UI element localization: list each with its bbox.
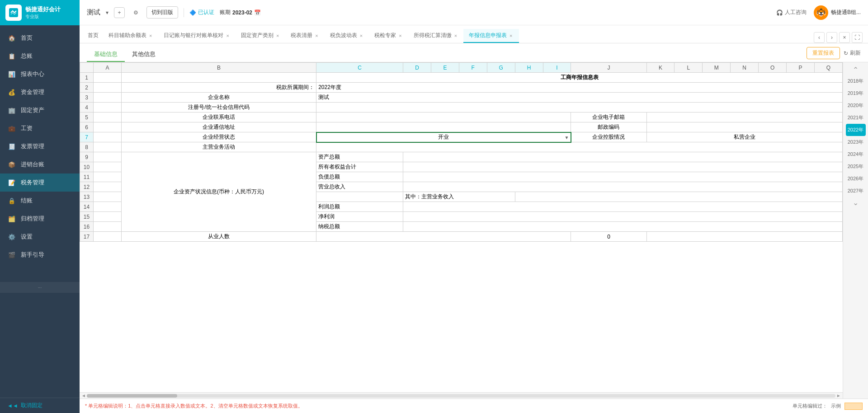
cell-16d[interactable] bbox=[403, 222, 843, 232]
tab-annual-report[interactable]: 年报信息申报表 × bbox=[463, 29, 519, 43]
cell-1b[interactable] bbox=[121, 73, 316, 83]
sidebar-item-tax[interactable]: 📝 税务管理 bbox=[0, 174, 80, 192]
col-header-b[interactable]: B bbox=[121, 63, 316, 73]
col-header-o[interactable]: O bbox=[759, 63, 787, 73]
cell-15d[interactable] bbox=[403, 212, 843, 222]
cell-13h[interactable] bbox=[515, 192, 842, 202]
calendar-icon[interactable]: 📅 bbox=[254, 9, 261, 16]
tab-close-tax-form[interactable]: × bbox=[314, 33, 319, 39]
year-2018[interactable]: 2018年 bbox=[846, 75, 866, 87]
tab-close-annual-report[interactable]: × bbox=[509, 33, 513, 39]
sidebar-item-archive[interactable]: 🗂️ 归档管理 bbox=[0, 210, 80, 228]
scroll-left-btn[interactable]: ◄ bbox=[80, 393, 87, 398]
subtab-basic[interactable]: 基础信息 bbox=[87, 47, 125, 62]
col-header-e[interactable]: E bbox=[431, 63, 459, 73]
cell-1-title[interactable]: 工商年报信息表 bbox=[316, 73, 843, 83]
tab-maximize-btn[interactable]: ⛶ bbox=[852, 32, 863, 43]
cell-5c[interactable] bbox=[316, 113, 571, 122]
year-2019[interactable]: 2019年 bbox=[846, 87, 866, 99]
tab-close-journal-bank[interactable]: × bbox=[225, 33, 230, 39]
cell-7-dropdown[interactable]: 开业 ▼ bbox=[316, 132, 571, 142]
col-header-h[interactable]: H bbox=[515, 63, 543, 73]
cell-6k[interactable] bbox=[646, 122, 842, 132]
refresh-btn[interactable]: ↻ 刷新 bbox=[844, 49, 861, 57]
col-header-i[interactable]: I bbox=[543, 63, 571, 73]
cell-6a[interactable] bbox=[94, 122, 122, 132]
col-header-g[interactable]: G bbox=[487, 63, 515, 73]
subtab-other[interactable]: 其他信息 bbox=[125, 47, 163, 62]
cell-14a[interactable] bbox=[94, 202, 122, 212]
tab-close-aux-balance[interactable]: × bbox=[148, 33, 153, 39]
tab-prev-btn[interactable]: ‹ bbox=[814, 32, 825, 43]
sidebar-item-salary[interactable]: 💼 工资 bbox=[0, 119, 80, 137]
sidebar-item-assets[interactable]: 🏢 固定资产 bbox=[0, 101, 80, 119]
tab-home[interactable]: 首页 bbox=[83, 29, 103, 43]
cell-4a[interactable] bbox=[94, 103, 122, 113]
year-2024[interactable]: 2024年 bbox=[846, 148, 866, 160]
cell-9a[interactable] bbox=[94, 152, 122, 162]
year-2020[interactable]: 2020年 bbox=[846, 99, 866, 112]
sidebar-item-reports[interactable]: 📊 报表中心 bbox=[0, 65, 80, 83]
reset-btn[interactable]: 重置报表 bbox=[807, 47, 840, 59]
year-scroll-up-btn[interactable]: ⌃ bbox=[849, 64, 863, 75]
sidebar-item-invoice[interactable]: 🧾 发票管理 bbox=[0, 137, 80, 155]
cell-8a[interactable] bbox=[94, 142, 122, 152]
year-2021[interactable]: 2021年 bbox=[846, 112, 866, 124]
cell-9d[interactable] bbox=[403, 152, 843, 162]
col-header-q[interactable]: Q bbox=[814, 63, 842, 73]
col-header-a[interactable]: A bbox=[94, 63, 122, 73]
cell-7a[interactable] bbox=[94, 132, 122, 142]
cell-17a[interactable] bbox=[94, 232, 122, 242]
cell-12a[interactable] bbox=[94, 182, 122, 192]
sidebar-item-home[interactable]: 🏠 首页 bbox=[0, 29, 80, 47]
tab-close-all-btn[interactable]: × bbox=[839, 32, 850, 43]
cell-15a[interactable] bbox=[94, 212, 122, 222]
topbar-dropdown-icon[interactable]: ▾ bbox=[106, 9, 108, 16]
sidebar-item-ledger[interactable]: 📋 总账 bbox=[0, 47, 80, 65]
col-header-k[interactable]: K bbox=[646, 63, 675, 73]
tab-close-tax-fluctuation[interactable]: × bbox=[359, 33, 363, 39]
cell-16a[interactable] bbox=[94, 222, 122, 232]
cell-17j[interactable]: 0 bbox=[571, 232, 646, 242]
cell-1a[interactable] bbox=[94, 73, 122, 83]
h-scroll-thumb[interactable] bbox=[87, 394, 177, 398]
cell-4c[interactable] bbox=[316, 103, 843, 113]
tab-tax-expert[interactable]: 税检专家 × bbox=[369, 29, 408, 43]
col-header-m[interactable]: M bbox=[703, 63, 731, 73]
topbar-settings-btn[interactable]: ⚙ bbox=[130, 7, 141, 18]
cell-7k[interactable]: 私营企业 bbox=[646, 132, 842, 142]
col-header-l[interactable]: L bbox=[675, 63, 703, 73]
cell-17k[interactable] bbox=[646, 232, 842, 242]
cell-2c[interactable]: 2022年度 bbox=[316, 83, 843, 93]
h-scroll-track[interactable] bbox=[87, 394, 835, 398]
tab-close-income-tax[interactable]: × bbox=[453, 33, 458, 39]
cell-8c[interactable] bbox=[316, 142, 843, 152]
sidebar-item-closing[interactable]: 🔒 结账 bbox=[0, 192, 80, 210]
cell-10d[interactable] bbox=[403, 162, 843, 172]
col-header-d[interactable]: D bbox=[403, 63, 431, 73]
year-2027[interactable]: 2027年 bbox=[846, 185, 866, 197]
year-scroll-down-btn[interactable]: ⌄ bbox=[849, 197, 863, 208]
cell-6c[interactable] bbox=[316, 122, 571, 132]
cell-17c[interactable] bbox=[316, 232, 571, 242]
tab-fixed-assets-cat[interactable]: 固定资产类别 × bbox=[236, 29, 285, 43]
cell-3c[interactable]: 测试 bbox=[316, 93, 843, 103]
tab-next-btn[interactable]: › bbox=[826, 32, 837, 43]
tab-close-tax-expert[interactable]: × bbox=[398, 33, 402, 39]
cell-11d[interactable] bbox=[403, 172, 843, 182]
year-2023[interactable]: 2023年 bbox=[846, 136, 866, 148]
tab-tax-form[interactable]: 税表清册 × bbox=[285, 29, 324, 43]
cell-3a[interactable] bbox=[94, 93, 122, 103]
spreadsheet-container[interactable]: A B C D E F G H I J bbox=[80, 62, 843, 392]
service-btn[interactable]: 🎧 人工咨询 bbox=[776, 9, 807, 16]
col-header-c[interactable]: C bbox=[316, 63, 403, 73]
user-menu[interactable]: 🐯 畅捷通B组... bbox=[814, 5, 861, 20]
cell-13a[interactable] bbox=[94, 192, 122, 202]
tab-journal-bank[interactable]: 日记账与银行对账单核对 × bbox=[158, 29, 235, 43]
tab-aux-balance[interactable]: 科目辅助余额表 × bbox=[103, 29, 158, 43]
year-2026[interactable]: 2026年 bbox=[846, 173, 866, 185]
scroll-right-btn[interactable]: ► bbox=[835, 393, 842, 398]
col-header-n[interactable]: N bbox=[731, 63, 759, 73]
sidebar-collapse-btn[interactable]: ◄◄ 取消固定 bbox=[0, 398, 80, 413]
col-header-f[interactable]: F bbox=[459, 63, 487, 73]
